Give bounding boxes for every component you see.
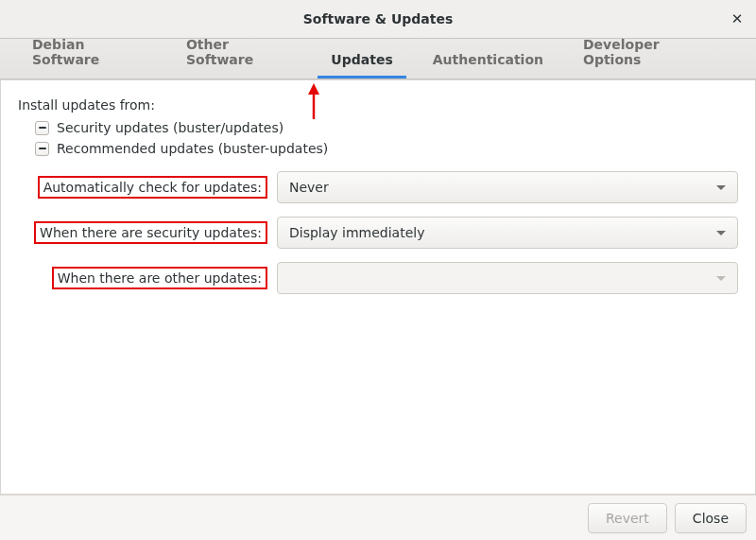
titlebar: Software & Updates ✕ [0, 0, 756, 39]
revert-button: Revert [588, 503, 667, 533]
window-title: Software & Updates [303, 11, 454, 26]
other-updates-action-label: When there are other updates: [52, 267, 267, 289]
tab-strip: Debian Software Other Software Updates A… [0, 39, 756, 79]
chevron-down-icon [716, 185, 726, 190]
close-button[interactable]: Close [675, 503, 747, 533]
security-updates-checkbox[interactable] [35, 121, 49, 135]
install-from-label: Install updates from: [18, 97, 738, 113]
recommended-updates-label: Recommended updates (buster-updates) [57, 141, 328, 156]
security-updates-label: Security updates (buster/updates) [57, 120, 284, 135]
auto-check-select[interactable]: Never [277, 171, 738, 203]
auto-check-label: Automatically check for updates: [38, 176, 267, 199]
security-updates-action-label: When there are security updates: [34, 221, 267, 244]
close-icon[interactable]: ✕ [728, 9, 747, 28]
content-panel: Install updates from: Security updates (… [0, 79, 756, 495]
svg-marker-1 [308, 83, 319, 95]
auto-check-value: Never [289, 180, 329, 195]
recommended-updates-checkbox[interactable] [35, 142, 49, 156]
security-updates-select[interactable]: Display immediately [277, 217, 738, 249]
window-root: Software & Updates ✕ Debian Software Oth… [0, 0, 756, 540]
security-updates-value: Display immediately [289, 225, 424, 240]
chevron-down-icon [716, 231, 726, 235]
other-updates-select [277, 262, 738, 294]
tab-updates[interactable]: Updates [318, 44, 405, 78]
chevron-down-icon [716, 276, 726, 281]
tab-authentication[interactable]: Authentication [420, 44, 557, 78]
recommended-updates-row: Recommended updates (buster-updates) [35, 141, 738, 156]
settings-grid: Automatically check for updates: Never W… [18, 171, 738, 294]
footer: Revert Close [0, 495, 756, 540]
security-updates-row: Security updates (buster/updates) [35, 120, 738, 135]
